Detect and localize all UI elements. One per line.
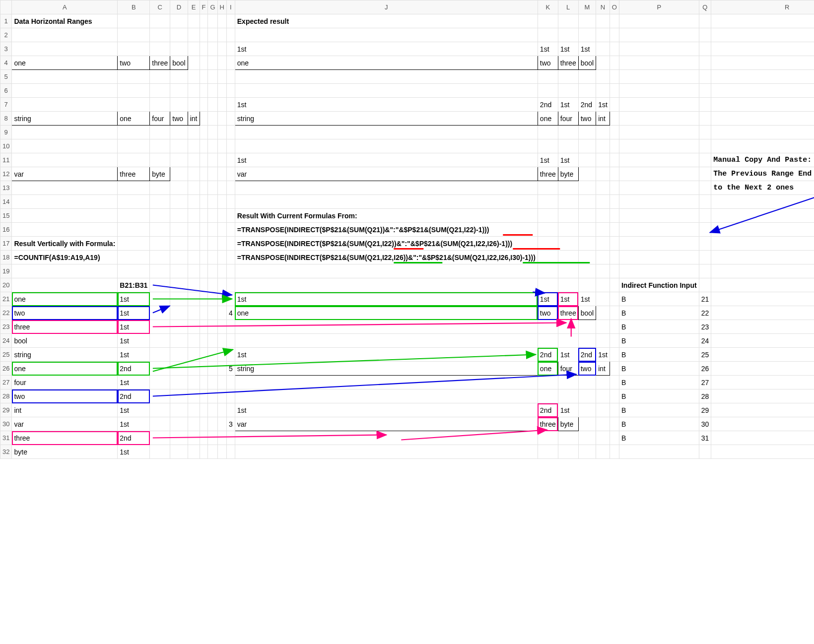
cell-O11[interactable] xyxy=(610,153,619,167)
cell-N6[interactable] xyxy=(596,84,610,98)
cell-G20[interactable] xyxy=(208,278,217,292)
cell-C24[interactable] xyxy=(150,334,170,348)
cell-F14[interactable] xyxy=(200,195,208,209)
cell-Q13[interactable] xyxy=(699,181,711,195)
cell-J19[interactable] xyxy=(235,264,538,278)
cell-D16[interactable] xyxy=(170,223,188,237)
cell-I4[interactable] xyxy=(226,56,235,70)
cell-H21[interactable] xyxy=(217,292,226,306)
cell-M24[interactable] xyxy=(578,334,596,348)
cell-J22[interactable]: one xyxy=(235,306,538,320)
cell-B9[interactable] xyxy=(118,126,150,139)
row-28[interactable]: 28two2ndB28 xyxy=(0,389,814,403)
cell-D17[interactable] xyxy=(170,237,188,251)
cell-G9[interactable] xyxy=(208,126,217,139)
cell-F16[interactable] xyxy=(200,223,208,237)
cell-B27[interactable]: 1st xyxy=(118,376,150,389)
cell-Q17[interactable] xyxy=(699,237,711,251)
cell-J30[interactable]: var xyxy=(235,417,538,431)
cell-P22[interactable]: B xyxy=(619,306,699,320)
cell-A31[interactable]: three xyxy=(12,431,118,445)
cell-K6[interactable] xyxy=(538,84,558,98)
cell-I15[interactable] xyxy=(226,209,235,223)
cell-G22[interactable] xyxy=(208,306,217,320)
cell-G30[interactable] xyxy=(208,417,217,431)
row-15[interactable]: 15Result With Current Formulas From: xyxy=(0,209,814,223)
cell-F7[interactable] xyxy=(200,98,208,112)
cell-D22[interactable] xyxy=(170,306,188,320)
cell-J20[interactable] xyxy=(235,278,538,292)
column-headers[interactable]: A B C D E F G H I J K L M N O P Q R S xyxy=(0,0,814,14)
row-header-22[interactable]: 22 xyxy=(0,306,12,320)
row-header-11[interactable]: 11 xyxy=(0,153,12,167)
cell-E5[interactable] xyxy=(188,70,200,84)
cell-E7[interactable] xyxy=(188,98,200,112)
cell-H24[interactable] xyxy=(217,334,226,348)
cell-N29[interactable] xyxy=(596,403,610,417)
cell-R5[interactable] xyxy=(711,70,814,84)
cell-D4[interactable]: bool xyxy=(170,56,188,70)
cell-M5[interactable] xyxy=(578,70,596,84)
cell-K9[interactable] xyxy=(538,126,558,139)
cell-H2[interactable] xyxy=(217,28,226,42)
cell-F1[interactable] xyxy=(200,14,208,28)
cell-R20[interactable] xyxy=(711,278,814,292)
cell-M8[interactable]: two xyxy=(578,112,596,126)
cell-L28[interactable] xyxy=(558,389,578,403)
cell-N16[interactable] xyxy=(596,223,610,237)
cell-G10[interactable] xyxy=(208,139,217,153)
row-4[interactable]: 4onetwothreeboolonetwothreebool xyxy=(0,56,814,70)
cell-D10[interactable] xyxy=(170,139,188,153)
cell-K20[interactable] xyxy=(538,278,558,292)
cell-M11[interactable] xyxy=(578,153,596,167)
cell-L11[interactable]: 1st xyxy=(558,153,578,167)
cell-H4[interactable] xyxy=(217,56,226,70)
row-1[interactable]: 1Data Horizontal RangesExpected result xyxy=(0,14,814,28)
corner-cell[interactable] xyxy=(0,0,12,14)
col-K[interactable]: K xyxy=(538,0,558,14)
cell-K25[interactable]: 2nd xyxy=(538,348,558,362)
cell-F24[interactable] xyxy=(200,334,208,348)
col-B[interactable]: B xyxy=(118,0,150,14)
cell-N5[interactable] xyxy=(596,70,610,84)
row-16[interactable]: 16=TRANSPOSE(INDIRECT($P$21&(SUM(Q21))&"… xyxy=(0,223,814,237)
cell-I25[interactable] xyxy=(226,348,235,362)
cell-B18[interactable] xyxy=(118,251,150,264)
cell-F32[interactable] xyxy=(200,445,208,459)
cell-A25[interactable]: string xyxy=(12,348,118,362)
cell-D15[interactable] xyxy=(170,209,188,223)
cell-G27[interactable] xyxy=(208,376,217,389)
cell-J11[interactable]: 1st xyxy=(235,153,538,167)
cell-G7[interactable] xyxy=(208,98,217,112)
cell-N18[interactable] xyxy=(596,251,610,264)
cell-P10[interactable] xyxy=(619,139,699,153)
cell-H26[interactable] xyxy=(217,362,226,376)
cell-F4[interactable] xyxy=(200,56,208,70)
cell-G28[interactable] xyxy=(208,389,217,403)
cell-F10[interactable] xyxy=(200,139,208,153)
row-header-17[interactable]: 17 xyxy=(0,237,12,251)
cell-D32[interactable] xyxy=(170,445,188,459)
cell-J1[interactable]: Expected result xyxy=(235,14,538,28)
cell-D11[interactable] xyxy=(170,153,188,167)
cell-Q11[interactable] xyxy=(699,153,711,167)
cell-J28[interactable] xyxy=(235,389,538,403)
cell-M15[interactable] xyxy=(578,209,596,223)
row-22[interactable]: 22two1st4onetwothreeboolB22 xyxy=(0,306,814,320)
cell-F23[interactable] xyxy=(200,320,208,334)
cell-F11[interactable] xyxy=(200,153,208,167)
cell-N12[interactable] xyxy=(596,167,610,181)
cell-P31[interactable]: B xyxy=(619,431,699,445)
cell-K17[interactable] xyxy=(538,237,558,251)
cell-D12[interactable] xyxy=(170,167,188,181)
cell-P30[interactable]: B xyxy=(619,417,699,431)
cell-H7[interactable] xyxy=(217,98,226,112)
row-header-6[interactable]: 6 xyxy=(0,84,12,98)
cell-J29[interactable]: 1st xyxy=(235,403,538,417)
row-29[interactable]: 29int1st1st2nd1stB29 xyxy=(0,403,814,417)
cell-B10[interactable] xyxy=(118,139,150,153)
cell-M23[interactable] xyxy=(578,320,596,334)
cell-I21[interactable] xyxy=(226,292,235,306)
cell-E26[interactable] xyxy=(188,362,200,376)
cell-P15[interactable] xyxy=(619,209,699,223)
